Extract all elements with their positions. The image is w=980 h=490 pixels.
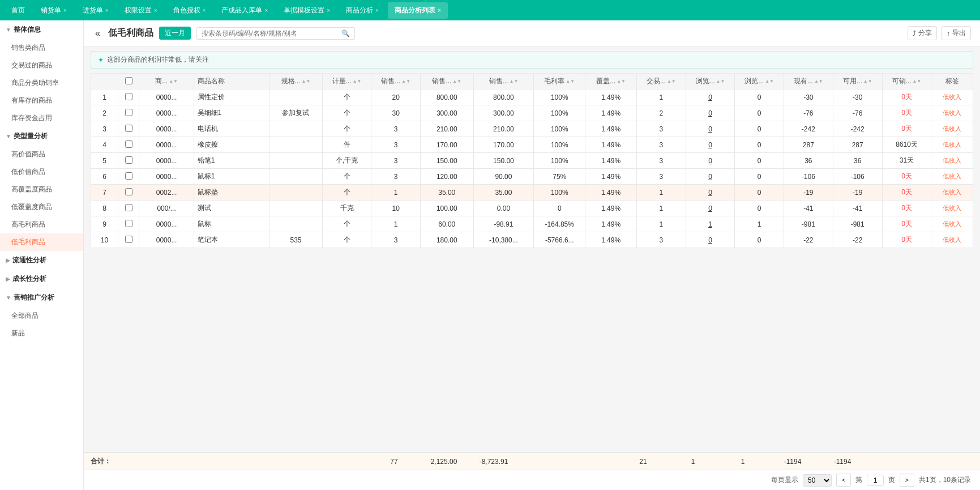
table-row: 8 000/... 测试 千克 10 100.00 0.00 0 1.49% 1… [91, 201, 973, 216]
row-sale-price: 210.00 [421, 121, 474, 137]
date-filter-button[interactable]: 近一月 [159, 27, 191, 40]
row-sale-qty: 3 [371, 232, 421, 248]
row-unit: 千克 [322, 201, 371, 216]
row-checkbox[interactable] [118, 90, 139, 105]
view1-link[interactable]: 0 [708, 236, 712, 244]
view1-link[interactable]: 0 [708, 173, 712, 181]
close-icon[interactable]: × [375, 7, 379, 14]
sidebar-item-all-products[interactable]: 全部商品 [0, 307, 83, 325]
row-select-checkbox[interactable] [125, 188, 132, 195]
sidebar-item-traded-goods[interactable]: 交易过的商品 [0, 57, 83, 74]
close-icon[interactable]: × [327, 7, 330, 14]
row-checkbox[interactable] [118, 169, 139, 185]
sidebar-group-flow-analysis[interactable]: ▶ 流通性分析 [0, 251, 83, 270]
row-checkbox[interactable] [118, 105, 139, 121]
close-icon[interactable]: × [63, 7, 67, 14]
sidebar-item-new-products[interactable]: 新品 [0, 325, 83, 342]
view1-link[interactable]: 0 [708, 189, 712, 197]
page-size-select[interactable]: 50 20 100 [803, 474, 832, 487]
view1-link[interactable]: 0 [708, 109, 712, 117]
row-select-checkbox[interactable] [125, 109, 132, 116]
search-input[interactable] [202, 29, 339, 37]
close-icon[interactable]: × [105, 7, 109, 14]
row-checkbox[interactable] [118, 232, 139, 248]
sidebar-group-type-analysis[interactable]: ▼ 类型量分析 [0, 127, 83, 146]
search-box: 🔍 [196, 27, 355, 40]
nav-product-analysis[interactable]: 商品分析 × [339, 2, 386, 19]
nav-home[interactable]: 首页 [5, 2, 32, 19]
row-select-checkbox[interactable] [125, 236, 132, 243]
page-input[interactable] [867, 475, 884, 486]
row-unit: 个,千克 [322, 153, 371, 169]
row-sellable-days: 31天 [882, 153, 931, 169]
col-header-code: 商... ▲▼ [139, 74, 194, 90]
next-page-button[interactable]: ＞ [900, 474, 914, 487]
export-button[interactable]: ↑ 导出 [942, 26, 971, 40]
select-all-checkbox[interactable] [125, 77, 132, 84]
nav-template-settings[interactable]: 单据模板设置 × [277, 2, 337, 19]
close-icon[interactable]: × [438, 7, 441, 14]
nav-purchase-order[interactable]: 进货单 × [76, 2, 115, 19]
col-header-sale-qty: 销售... ▲▼ [371, 74, 421, 90]
row-sale-amount: 300.00 [473, 105, 534, 121]
nav-product-analysis-list[interactable]: 商品分析列表 × [388, 2, 448, 19]
view1-link[interactable]: 0 [708, 204, 712, 212]
row-select-checkbox[interactable] [125, 93, 132, 100]
close-icon[interactable]: × [264, 7, 268, 14]
footer-sale-amount: -8,723.91 [471, 458, 516, 466]
row-checkbox[interactable] [118, 185, 139, 201]
row-checkbox[interactable] [118, 121, 139, 137]
sidebar-group-overall[interactable]: ▼ 整体信息 [0, 20, 83, 39]
sidebar-group-marketing-analysis[interactable]: ▼ 营销推广分析 [0, 288, 83, 307]
row-select-checkbox[interactable] [125, 156, 132, 164]
sidebar-item-low-coverage[interactable]: 低覆盖度商品 [0, 198, 83, 216]
sidebar-item-low-value[interactable]: 低价值商品 [0, 163, 83, 181]
row-checkbox[interactable] [118, 216, 139, 232]
sidebar-item-high-value[interactable]: 高价值商品 [0, 146, 83, 163]
sidebar: ▼ 整体信息 销售类商品 交易过的商品 商品分类助销率 有库存的商品 库存资金占… [0, 20, 84, 490]
row-select-checkbox[interactable] [125, 172, 132, 180]
row-select-checkbox[interactable] [125, 204, 132, 211]
prev-page-button[interactable]: ＜ [836, 474, 851, 487]
row-trade: 1 [637, 216, 686, 232]
col-header-gross-rate: 毛利率 ▲▼ [534, 74, 585, 90]
row-code: 0000... [139, 153, 194, 169]
sidebar-item-category-rate[interactable]: 商品分类助销率 [0, 74, 83, 92]
close-icon[interactable]: × [203, 7, 206, 14]
row-select-checkbox[interactable] [125, 140, 132, 148]
view1-link[interactable]: 1 [708, 220, 712, 228]
sidebar-item-sales-goods[interactable]: 销售类商品 [0, 39, 83, 57]
col-header-checkbox [118, 74, 139, 90]
row-sellable-days: 0天 [882, 232, 931, 248]
row-checkbox[interactable] [118, 137, 139, 153]
nav-role-auth[interactable]: 角色授权 × [166, 2, 213, 19]
sidebar-item-low-gross[interactable]: 低毛利商品 [0, 233, 83, 251]
close-icon[interactable]: × [154, 7, 157, 14]
nav-product-inbound[interactable]: 产成品入库单 × [215, 2, 275, 19]
share-button[interactable]: ⤴ 分享 [908, 26, 937, 40]
nav-permission-settings[interactable]: 权限设置 × [118, 2, 164, 19]
row-sale-qty: 1 [371, 216, 421, 232]
sidebar-item-in-stock[interactable]: 有库存的商品 [0, 92, 83, 109]
sidebar-group-growth-analysis[interactable]: ▶ 成长性分析 [0, 270, 83, 288]
search-icon[interactable]: 🔍 [341, 29, 350, 37]
row-spec [269, 90, 323, 105]
view1-link[interactable]: 0 [708, 141, 712, 149]
view1-link[interactable]: 0 [708, 125, 712, 133]
row-select-checkbox[interactable] [125, 125, 132, 132]
sidebar-item-high-gross[interactable]: 高毛利商品 [0, 216, 83, 233]
sidebar-item-high-coverage[interactable]: 高覆盖度商品 [0, 181, 83, 198]
view1-link[interactable]: 0 [708, 93, 712, 101]
row-coverage: 1.49% [585, 216, 637, 232]
row-sale-amount: -10,380... [473, 232, 534, 248]
collapse-sidebar-button[interactable]: « [93, 28, 102, 39]
pagination-bar: 每页显示 50 20 100 ＜ 第 页 ＞ 共1页，10条记录 [84, 470, 980, 490]
row-checkbox[interactable] [118, 153, 139, 169]
row-select-checkbox[interactable] [125, 220, 132, 227]
row-available: 36 [833, 153, 882, 169]
sidebar-item-stock-capital[interactable]: 库存资金占用 [0, 109, 83, 127]
sort-arrows-icon: ▲▼ [401, 79, 410, 84]
nav-sales-order[interactable]: 销货单 × [34, 2, 74, 19]
row-checkbox[interactable] [118, 201, 139, 216]
view1-link[interactable]: 0 [708, 157, 712, 165]
